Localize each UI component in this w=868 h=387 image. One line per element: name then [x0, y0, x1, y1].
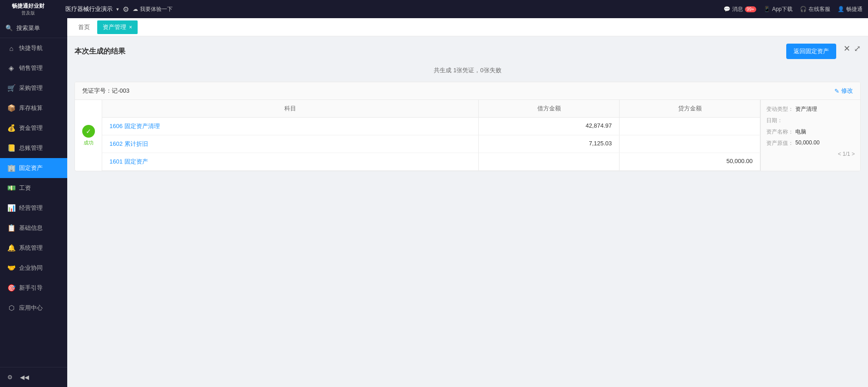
basic-info-icon: 📋: [7, 224, 15, 232]
collapse-button[interactable]: ◀◀: [20, 374, 29, 381]
asset-name-value: 电脑: [795, 128, 806, 136]
voucher-number: 凭证字号：记-003: [82, 87, 129, 95]
logo-title: 畅捷通好业财: [12, 2, 45, 10]
message-icon: 💬: [724, 6, 730, 12]
cell-subject-3: 1601 固定资产: [102, 153, 479, 170]
sidebar-nav: ⌂ 快捷导航 ◈ 销售管理 🛒 采购管理 📦 库存核算 💰 资金管理 📒 总: [0, 38, 67, 367]
app-download-button[interactable]: 📱 App下载: [764, 5, 793, 13]
sidebar-item-system[interactable]: 🔔 系统管理: [0, 238, 67, 258]
top-header: 畅捷通好业财 普及版 医疗器械行业演示 ▾ ⚙ ☁ 我要体验一下 💬 消息 99…: [0, 0, 868, 18]
sidebar-item-app-center[interactable]: ⬡ 应用中心: [0, 298, 67, 318]
operations-icon: 📊: [7, 204, 15, 212]
sidebar-item-label: 快捷导航: [19, 44, 43, 52]
online-service-button[interactable]: 🎧 在线客服: [800, 5, 830, 13]
app-download-label: App下载: [772, 5, 793, 13]
table-row: 1606 固定资产清理 42,874.97: [102, 118, 760, 135]
edit-icon: ✎: [834, 88, 839, 94]
cell-credit-2: [620, 135, 760, 153]
search-menu-label: 搜索菜单: [16, 24, 40, 32]
company-name: 医疗器械行业演示: [65, 5, 113, 13]
sidebar-item-label: 新手引导: [19, 284, 43, 292]
messages-badge: 99+: [745, 6, 756, 12]
sidebar-item-sales[interactable]: ◈ 销售管理: [0, 58, 67, 78]
sidebar-item-label: 固定资产: [19, 164, 43, 172]
asset-name-label: 资产名称：: [766, 128, 794, 136]
table-header: 科目 借方金额 贷方金额: [102, 100, 760, 118]
header-center: 医疗器械行业演示 ▾ ⚙ ☁ 我要体验一下: [65, 5, 718, 14]
purchase-icon: 🛒: [7, 84, 15, 92]
user-name: 畅捷通: [846, 5, 863, 13]
sidebar-item-label: 资金管理: [19, 124, 43, 132]
header-right: 💬 消息 99+ 📱 App下载 🎧 在线客服 👤 畅捷通: [724, 5, 863, 13]
side-info-panel: 变动类型： 资产清理 日期： 资产名称： 电脑 资产原值：: [760, 100, 860, 171]
edit-button[interactable]: ✎ 修改: [834, 87, 853, 95]
change-type-label: 变动类型：: [766, 105, 794, 113]
cell-debit-2: 7,125.03: [479, 135, 620, 153]
settings-icon[interactable]: ⚙: [123, 5, 129, 14]
search-menu-button[interactable]: 🔍 搜索菜单: [0, 18, 67, 38]
sidebar-item-purchase[interactable]: 🛒 采购管理: [0, 78, 67, 98]
sidebar-item-operations[interactable]: 📊 经营管理: [0, 198, 67, 218]
inventory-icon: 📦: [7, 104, 15, 112]
ledger-icon: 📒: [7, 144, 15, 152]
tab-home[interactable]: 首页: [73, 20, 95, 34]
main-layout: 🔍 搜索菜单 ⌂ 快捷导航 ◈ 销售管理 🛒 采购管理 📦 库存核算 💰: [0, 18, 868, 387]
capital-icon: 💰: [7, 124, 15, 132]
fixed-assets-icon: 🏢: [7, 164, 15, 172]
success-text: 成功: [84, 139, 94, 146]
cell-subject-1: 1606 固定资产清理: [102, 118, 479, 135]
subject-link-1[interactable]: 1606 固定资产清理: [109, 123, 160, 129]
page-title: 本次生成的结果: [74, 47, 125, 56]
cell-credit-3: 50,000.00: [620, 153, 760, 170]
search-icon: 🔍: [5, 25, 13, 31]
sidebar-item-ledger[interactable]: 📒 总账管理: [0, 138, 67, 158]
logo-sub: 普及版: [21, 10, 35, 16]
dropdown-icon[interactable]: ▾: [116, 6, 119, 12]
user-menu[interactable]: 👤 畅捷通: [838, 5, 863, 13]
sidebar-item-fixed-assets[interactable]: 🏢 固定资产: [0, 158, 67, 178]
side-info-date: 日期：: [766, 117, 855, 124]
sidebar-item-basic-info[interactable]: 📋 基础信息: [0, 218, 67, 238]
table-main: 科目 借方金额 贷方金额 1606 固定资产清理 42,874.97: [102, 100, 760, 171]
table-row: 1601 固定资产 50,000.00: [102, 153, 760, 171]
subject-link-3[interactable]: 1601 固定资产: [109, 158, 148, 165]
cell-debit-1: 42,874.97: [479, 118, 620, 135]
date-label: 日期：: [766, 117, 783, 124]
experience-label: 我要体验一下: [140, 5, 173, 13]
side-info-asset-value: 资产原值： 50,000.00: [766, 139, 855, 147]
sidebar-item-enterprise[interactable]: 🤝 企业协同: [0, 258, 67, 278]
phone-icon: 📱: [764, 6, 770, 12]
cloud-icon: ☁: [133, 6, 138, 12]
cell-credit-1: [620, 118, 760, 135]
sidebar-item-payroll[interactable]: 💵 工资: [0, 178, 67, 198]
return-button[interactable]: 返回固定资产: [786, 44, 836, 59]
system-icon: 🔔: [7, 244, 15, 252]
sidebar-item-label: 基础信息: [19, 224, 43, 232]
side-info-change-type: 变动类型： 资产清理: [766, 105, 855, 113]
app-center-icon: ⬡: [7, 304, 15, 312]
status-column: ✓ 成功: [75, 100, 102, 171]
sidebar-item-quick-nav[interactable]: ⌂ 快捷导航: [0, 38, 67, 58]
sidebar-item-guide[interactable]: 🎯 新手引导: [0, 278, 67, 298]
experience-button[interactable]: ☁ 我要体验一下: [133, 5, 173, 13]
guide-icon: 🎯: [7, 284, 15, 292]
messages-button[interactable]: 💬 消息 99+: [724, 5, 756, 13]
subject-link-2[interactable]: 1602 累计折旧: [109, 140, 148, 147]
asset-value-label: 资产原值：: [766, 139, 794, 147]
tab-close-icon[interactable]: ×: [129, 24, 132, 30]
home-icon: ⌂: [7, 44, 15, 52]
panel-close-icon[interactable]: ✕: [843, 44, 850, 59]
result-summary: 共生成 1张凭证，0张失败: [74, 66, 861, 74]
settings-bottom-icon[interactable]: ⚙: [7, 374, 13, 381]
edit-label: 修改: [841, 87, 853, 95]
sidebar: 🔍 搜索菜单 ⌂ 快捷导航 ◈ 销售管理 🛒 采购管理 📦 库存核算 💰: [0, 18, 67, 387]
panel-expand-icon[interactable]: ⤢: [854, 44, 861, 59]
success-icon: ✓: [82, 125, 95, 138]
asset-value-value: 50,000.00: [795, 139, 819, 147]
sidebar-item-capital[interactable]: 💰 资金管理: [0, 118, 67, 138]
cell-subject-2: 1602 累计折旧: [102, 135, 479, 153]
sidebar-item-inventory[interactable]: 📦 库存核算: [0, 98, 67, 118]
side-pagination[interactable]: < 1/1 >: [766, 151, 855, 157]
sidebar-item-label: 工资: [19, 184, 31, 192]
tab-asset-management[interactable]: 资产管理 ×: [97, 20, 138, 34]
